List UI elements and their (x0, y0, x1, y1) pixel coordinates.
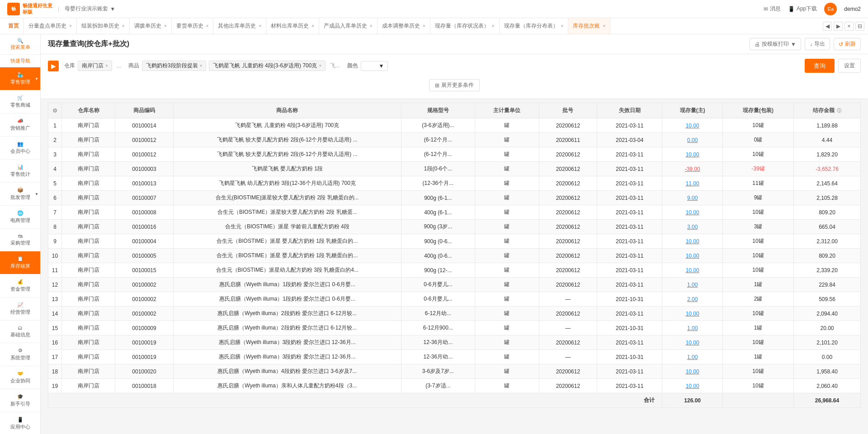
cell-qty-main[interactable]: 10.00 (662, 364, 723, 379)
col-name: 商品名称 (173, 103, 401, 118)
sidebar-item-inventory[interactable]: 📋 库存核算 (0, 251, 40, 274)
sidebar-search[interactable]: 🔍 搜索菜单 (0, 34, 40, 55)
industry-selector[interactable]: 母婴行业演示账套 ▼ (65, 5, 115, 13)
close-tab-5[interactable]: × (259, 24, 261, 28)
tab-7[interactable]: 产成品入库单历史 × (319, 18, 377, 34)
cell-qty-main[interactable]: 3.00 (662, 220, 723, 234)
avatar[interactable]: Ea (824, 3, 837, 15)
sidebar-item-guide[interactable]: 🎓 新手引导 (0, 389, 40, 412)
warehouse-dots[interactable]: ... (117, 63, 121, 69)
cell-qty-main[interactable]: 0.00 (662, 133, 723, 147)
tab-9[interactable]: 现存量（库存状况表） × (430, 18, 500, 34)
close-tab-10[interactable]: × (561, 24, 564, 28)
sidebar-item-purchase[interactable]: 🛍 采购管理 (0, 229, 40, 251)
remove-warehouse-tag[interactable]: × (105, 63, 108, 68)
sidebar-item-member[interactable]: 👥 会员中心 (0, 137, 40, 160)
table-row: 13 南岸门店 00100002 惠氏启膳（Wyeth illuma）1段奶粉 … (48, 292, 861, 307)
setting-btn[interactable]: 设置 (838, 59, 861, 73)
tab-5[interactable]: 其他出库单历史 × (213, 18, 266, 34)
nav-close-btn[interactable]: × (844, 22, 854, 31)
cell-code: 00100018 (115, 379, 174, 393)
sidebar-item-marketing[interactable]: 📣 营销推广 (0, 113, 40, 137)
export-btn[interactable]: ↓ 导出 (805, 38, 830, 50)
cell-qty-main[interactable]: 10.00 (662, 118, 723, 133)
nav-tabs-actions: ◀ ▶ × ⊟ (823, 22, 864, 31)
message-btn[interactable]: ✉ 消息 (764, 5, 781, 13)
cell-qty-main[interactable]: 9.00 (662, 191, 723, 205)
tab-10[interactable]: 现存量（库存分布表） × (500, 18, 569, 34)
sidebar-item-ecommerce[interactable]: 🌐 电商管理 (0, 206, 40, 229)
sidebar-item-operations[interactable]: 📈 经营管理 (0, 297, 40, 321)
tab-4[interactable]: 要货单历史 × (172, 18, 214, 34)
tab-home[interactable]: 首页 (4, 18, 24, 34)
cell-qty-main[interactable]: 11.00 (662, 176, 723, 191)
product-dots[interactable]: 飞... (330, 62, 340, 70)
nav-menu-btn[interactable]: ⊟ (855, 22, 864, 31)
close-tab-1[interactable]: × (69, 24, 72, 28)
cell-amount: 2,312.00 (793, 234, 860, 249)
tab-6[interactable]: 材料出库单历史 × (266, 18, 319, 34)
nav-prev-btn[interactable]: ◀ (823, 22, 832, 31)
remove-product-tag-1[interactable]: × (200, 63, 203, 68)
col-qty-pack: 现存量(包装) (723, 103, 794, 118)
sidebar-item-system[interactable]: ⚙ 系统管理 (0, 343, 40, 366)
close-tab-6[interactable]: × (311, 24, 314, 28)
cell-qty-main[interactable]: 1.00 (662, 350, 723, 364)
expand-more-btn[interactable]: ⊞ 展开更多条件 (429, 79, 480, 91)
settings-icon[interactable]: ⚙ (52, 108, 57, 114)
cell-unit: 罐 (475, 118, 539, 133)
cell-qty-main[interactable]: -39.00 (662, 162, 723, 176)
filter-expand-btn[interactable]: ▶ (48, 61, 59, 71)
cell-qty-main[interactable]: 10.00 (662, 263, 723, 278)
warehouse-tag-1[interactable]: 南岸门店 × (78, 61, 112, 71)
sidebar-quick-nav[interactable]: 快捷导航 (0, 55, 40, 67)
close-tab-11[interactable]: × (603, 24, 605, 28)
remove-product-tag-2[interactable]: × (319, 63, 321, 68)
tab-3[interactable]: 调拨单历史 × (130, 18, 172, 34)
sidebar-item-retail-stats[interactable]: 📊 零售统计 (0, 160, 40, 183)
close-tab-7[interactable]: × (370, 24, 373, 28)
color-dropdown[interactable]: ▼ (361, 61, 388, 71)
cell-name: 惠氏启膳（Wyeth illuma）3段奶粉 爱尔兰进口 12-36月... (173, 350, 401, 364)
col-settings[interactable]: ⚙ (48, 103, 62, 118)
cell-qty-main[interactable]: 10.00 (662, 249, 723, 263)
cell-qty-main[interactable]: 10.00 (662, 147, 723, 162)
close-tab-4[interactable]: × (206, 24, 209, 28)
sidebar-item-enterprise[interactable]: 🤝 企业协同 (0, 366, 40, 389)
close-tab-8[interactable]: × (423, 24, 425, 28)
cell-qty-main[interactable]: 1.00 (662, 278, 723, 292)
amount-info-icon[interactable]: ⓘ (837, 108, 841, 113)
cell-qty-main[interactable]: 10.00 (662, 379, 723, 393)
app-download-btn[interactable]: 📱 App下载 (788, 5, 817, 13)
cell-qty-main[interactable]: 10.00 (662, 335, 723, 350)
template-print-btn[interactable]: 🖨 按模板打印 ▼ (750, 38, 801, 50)
cell-name: 惠氏启膳（Wyeth illuma）亲和人体儿童配方奶粉4段（3... (173, 379, 401, 393)
close-tab-9[interactable]: × (492, 24, 495, 28)
query-btn[interactable]: 查询 (805, 59, 835, 73)
sidebar-item-wholesale[interactable]: 📦 批发管理 (0, 183, 40, 206)
sidebar-item-apps[interactable]: 📱 应用中心 (0, 412, 40, 434)
nav-next-btn[interactable]: ▶ (834, 22, 843, 31)
tab-1[interactable]: 分量盘点单历史 × (24, 18, 77, 34)
close-tab-2[interactable]: × (122, 24, 125, 28)
print-arrow: ▼ (791, 41, 796, 47)
cell-qty-main[interactable]: 2.00 (662, 292, 723, 307)
sidebar-item-basic-info[interactable]: 🗂 基础信息 (0, 321, 40, 343)
sidebar-item-finance[interactable]: 💰 资金管理 (0, 274, 40, 297)
product-tag-1[interactable]: 飞鹤奶粉3段阶段提装 × (142, 61, 207, 71)
cell-qty-main[interactable]: 10.00 (662, 205, 723, 220)
close-tab-3[interactable]: × (164, 24, 167, 28)
cell-qty-main[interactable]: 10.00 (662, 307, 723, 321)
cell-qty-main[interactable]: 10.00 (662, 234, 723, 249)
tab-2[interactable]: 组装拆卸单历史 × (77, 18, 130, 34)
refresh-btn[interactable]: ↺ 刷新 (834, 38, 861, 50)
col-code: 商品编码 (115, 103, 174, 118)
operations-icon: 📈 (17, 302, 24, 308)
sidebar-item-retail-mgmt[interactable]: 🏪 零售管理 (0, 67, 40, 90)
cell-code: 00100002 (115, 278, 174, 292)
sidebar-item-retail-mall[interactable]: 🛒 零售商城 (0, 90, 40, 113)
tab-8[interactable]: 成本调整单历史 × (377, 18, 430, 34)
tab-11[interactable]: 库存批次账 × (568, 18, 610, 34)
product-tag-2[interactable]: 飞鹤星飞帆 儿童奶粉 4段(3-6岁适用) 700克 × (209, 61, 326, 71)
cell-qty-main[interactable]: 1.00 (662, 321, 723, 335)
